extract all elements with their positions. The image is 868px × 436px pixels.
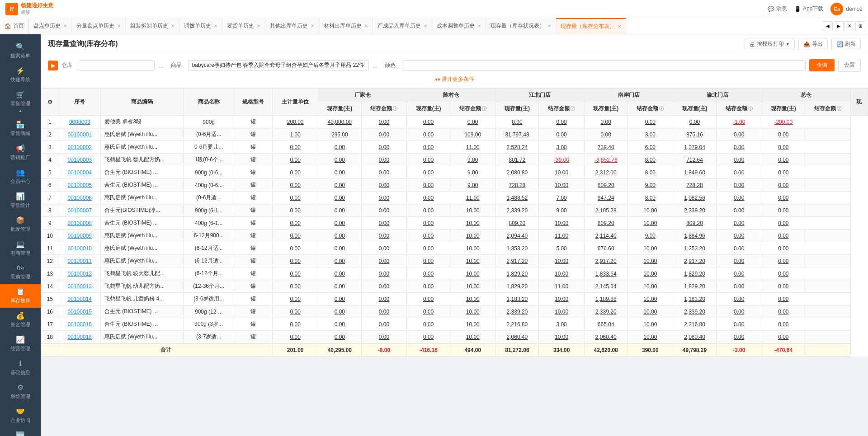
table-cell[interactable]: 0.00 [407, 331, 450, 344]
table-cell[interactable]: 0.00 [318, 267, 362, 280]
table-cell[interactable]: 2,060.40 [584, 331, 627, 344]
table-cell[interactable]: 801.72 [495, 154, 539, 166]
table-cell[interactable]: 0.00 [318, 242, 362, 255]
sidebar-item-inventory[interactable]: 📋 库存核算 [0, 284, 41, 308]
sidebar-item-management[interactable]: 📈 经营管理 [0, 332, 41, 356]
table-cell[interactable]: 0.00 [273, 166, 318, 179]
table-cell[interactable]: 0.00 [716, 192, 762, 204]
table-cell[interactable]: 7.00 [539, 192, 585, 204]
table-cell[interactable]: 0.00 [407, 242, 450, 255]
table-cell[interactable]: 0.00 [318, 293, 362, 305]
table-cell[interactable]: 10.00 [450, 293, 495, 305]
table-cell[interactable]: 0.00 [762, 154, 805, 166]
table-cell[interactable]: 0.00 [762, 230, 805, 242]
table-cell[interactable]: 809.20 [584, 179, 627, 192]
sidebar-item-basic[interactable]: ℹ 基础信息 [0, 356, 41, 380]
th-settings[interactable]: ⚙ [41, 89, 59, 116]
goods-input[interactable] [188, 60, 369, 71]
td-code[interactable]: 00100008 [59, 217, 100, 230]
table-cell[interactable]: 0.00 [762, 179, 805, 192]
table-cell[interactable]: 0.00 [361, 204, 407, 217]
table-cell[interactable]: 11.00 [450, 192, 495, 204]
table-cell[interactable]: 1,488.52 [495, 192, 539, 204]
table-cell[interactable]: 40,000.00 [318, 116, 362, 128]
table-cell[interactable]: 10.00 [450, 331, 495, 344]
table-cell[interactable]: 2,216.80 [495, 318, 539, 331]
table-cell[interactable]: 0.00 [407, 204, 450, 217]
table-cell[interactable]: 947.24 [584, 192, 627, 204]
sidebar-item-newbie[interactable]: 🆕 新手引导 [0, 427, 41, 436]
table-cell[interactable]: 10.00 [450, 242, 495, 255]
table-cell[interactable]: 0.00 [361, 166, 407, 179]
sidebar-item-system[interactable]: ⚙ 系统管理 [0, 380, 41, 403]
table-cell[interactable]: 1,884.96 [673, 230, 717, 242]
tab-9[interactable]: 成本调整单历史 ✕ [432, 18, 486, 34]
table-cell[interactable]: 0.00 [361, 280, 407, 293]
tab-2-close[interactable]: ✕ [117, 23, 121, 28]
table-cell[interactable]: 0.00 [318, 331, 362, 344]
table-cell[interactable]: 9.00 [450, 179, 495, 192]
table-cell[interactable]: 0.00 [716, 280, 762, 293]
table-cell[interactable]: 1,183.20 [495, 293, 539, 305]
table-cell[interactable]: 10.00 [539, 305, 585, 318]
table-cell[interactable]: 0.00 [762, 141, 805, 154]
table-cell[interactable]: 0.00 [716, 141, 762, 154]
table-cell[interactable]: 809.20 [495, 217, 539, 230]
tab-close-btn[interactable]: ✕ [844, 21, 854, 31]
table-cell[interactable]: 0.00 [627, 116, 673, 128]
table-cell[interactable]: 1,829.20 [673, 267, 717, 280]
sidebar-item-member[interactable]: 👥 会员中心 [0, 164, 41, 188]
table-cell[interactable]: 0.00 [762, 305, 805, 318]
tab-prev-btn[interactable]: ◀ [823, 21, 833, 31]
tab-7[interactable]: 材料出库单历史 ✕ [319, 18, 373, 34]
sidebar-item-search[interactable]: 🔍 搜索英单 [0, 39, 41, 63]
table-cell[interactable]: 0.00 [762, 318, 805, 331]
table-cell[interactable]: 3.00 [539, 141, 585, 154]
table-cell[interactable]: 0.00 [762, 280, 805, 293]
table-cell[interactable]: 2,339.20 [495, 204, 539, 217]
td-code[interactable]: 00100018 [59, 331, 100, 344]
table-cell[interactable]: 0.00 [361, 141, 407, 154]
table-cell[interactable]: 8.00 [627, 154, 673, 166]
td-code[interactable]: 00100010 [59, 242, 100, 255]
table-cell[interactable]: 0.00 [407, 192, 450, 204]
expand-btn[interactable]: ▾▾ 展开更多条件 [435, 75, 474, 83]
table-cell[interactable]: 10.00 [539, 255, 585, 267]
table-cell[interactable]: 200.00 [273, 116, 318, 128]
table-cell[interactable]: 1,183.20 [673, 293, 717, 305]
table-cell[interactable]: 295.00 [318, 128, 362, 141]
table-cell[interactable]: 0.00 [762, 166, 805, 179]
td-code[interactable]: 00100004 [59, 166, 100, 179]
table-cell[interactable]: -3,652.76 [584, 154, 627, 166]
table-cell[interactable]: 0.00 [584, 128, 627, 141]
table-cell[interactable]: 0.00 [762, 192, 805, 204]
table-cell[interactable]: 10.00 [450, 267, 495, 280]
table-cell[interactable]: 0.00 [716, 154, 762, 166]
table-cell[interactable]: 0.00 [361, 242, 407, 255]
table-cell[interactable]: 1.00 [273, 128, 318, 141]
table-cell[interactable]: 0.00 [716, 305, 762, 318]
table-cell[interactable]: 31,797.48 [495, 128, 539, 141]
table-cell[interactable]: 10.00 [627, 242, 673, 255]
tab-2[interactable]: 分量盘点单历史 ✕ [72, 18, 126, 34]
table-cell[interactable]: 0.00 [716, 318, 762, 331]
tab-expand-btn[interactable]: ⊞ [855, 21, 865, 31]
table-cell[interactable]: 2,080.80 [495, 166, 539, 179]
table-cell[interactable]: 0.00 [716, 204, 762, 217]
table-cell[interactable]: 0.00 [361, 217, 407, 230]
table-cell[interactable]: 10.00 [450, 204, 495, 217]
table-cell[interactable]: 10.00 [627, 293, 673, 305]
table-cell[interactable]: 10.00 [450, 305, 495, 318]
tab-1-close[interactable]: ✕ [63, 23, 67, 28]
tab-3-close[interactable]: ✕ [171, 23, 175, 28]
td-code[interactable]: 00100003 [59, 154, 100, 166]
table-cell[interactable]: 1,849.60 [673, 166, 717, 179]
table-cell[interactable]: 2,145.64 [584, 280, 627, 293]
table-cell[interactable]: 0.00 [716, 166, 762, 179]
warehouse-input[interactable] [79, 60, 155, 71]
query-btn[interactable]: 查询 [809, 59, 835, 71]
table-cell[interactable]: 2,339.20 [673, 204, 717, 217]
tab-1[interactable]: 盘点单历史 ✕ [29, 18, 72, 34]
app-download-btn[interactable]: 📱 App下载 [794, 5, 823, 13]
tab-home[interactable]: 🏠 首页 [0, 18, 29, 34]
